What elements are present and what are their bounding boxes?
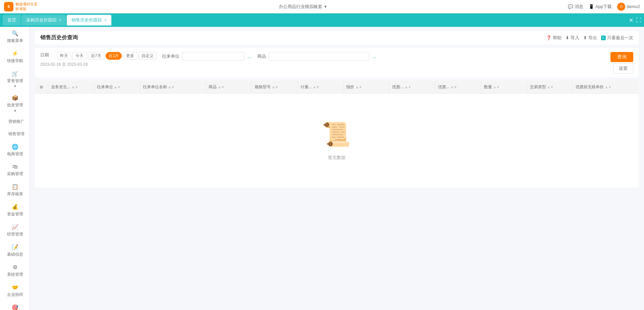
message-btn[interactable]: 💬 消息 [568,4,583,10]
sidebar-item-corp-agreement[interactable]: 🤝 企业协同 [0,281,29,301]
search-icon: 🔍 [12,30,18,37]
user-menu[interactable]: D demo2 [617,3,640,11]
date-filter-row: 日期 昨天 今天 近7天 近1月 更多 自定义 [40,52,157,60]
workspace-dropdown-icon[interactable]: ▾ [324,4,327,9]
sort-icon-no-tax-price: ▲▼ [605,86,611,89]
th-partner-name[interactable]: 往来单位名称 ▲▼ [140,81,206,93]
sidebar-item-finance-mgmt[interactable]: 💰 资金管理 [0,200,29,220]
sidebar-item-business-mgmt[interactable]: 📈 经营管理 [0,220,29,241]
app-download-btn[interactable]: 📱 App下载 [589,4,612,10]
date-btn-today[interactable]: 今天 [72,52,87,60]
wholesale-icon: 📦 [12,95,18,101]
empty-text: 暂无数据 [328,155,345,161]
partner-select-btn[interactable]: ... [247,53,252,59]
tab-close-all-icon[interactable]: ✕ [629,17,633,23]
finance-icon: 💰 [12,204,18,210]
sidebar-item-purchase-mgmt[interactable]: 🛍 采购管理 [0,160,29,180]
sidebar-item-retail-mgmt[interactable]: 🛒 零售管理 ▼ [0,67,29,91]
top-bar-right: 💬 消息 📱 App下载 D demo2 [568,3,640,11]
th-discount1[interactable]: 优惠... ▲▼ [389,81,435,93]
sidebar-item-marketing-promo[interactable]: 营销推广 [0,115,29,128]
partner-filter-group: 往来单位 ... [162,52,252,60]
th-trade-type[interactable]: 交易类型 ▲▼ [527,81,573,93]
tab-expand-icon[interactable]: ⛶ [636,17,641,23]
avatar: D [617,3,625,11]
system-icon: ⚙ [13,264,17,270]
tab-purchase-close-icon[interactable]: × [59,18,61,22]
date-filter-label: 日期 [40,52,49,58]
partner-filter-label: 往来单位 [162,53,179,59]
sidebar: 🔍 搜索菜单 ⚡ 快捷导航 🛒 零售管理 ▼ 📦 批发管理 ▲ 营销推广 销售管… [0,27,30,310]
page-container: 销售历史价查询 ❓ 帮助 ⬇ 导入 ⬆ 导出 [30,27,644,192]
message-icon: 💬 [568,4,573,9]
date-btn-yesterday[interactable]: 昨天 [57,52,71,60]
sidebar-item-wholesale-mgmt[interactable]: 📦 批发管理 ▲ [0,91,29,115]
tab-home-label: 首页 [7,17,16,23]
date-btn-custom[interactable]: 自定义 [139,52,157,60]
sidebar-item-new-guide[interactable]: 🎯 新手引导 [0,301,29,310]
partner-input-group: ... [182,52,252,60]
only-last-checkbox[interactable]: 只看最后一次 [601,35,633,41]
top-bar: 6 畅捷通好生意 标准版 办公用品行业模拟账套 ▾ 💬 消息 📱 App下载 D… [0,0,644,13]
purchase-icon: 🛍 [12,164,18,170]
phone-icon: 📱 [589,4,594,9]
th-qty[interactable]: 数量 ▲▼ [481,81,527,93]
sidebar-item-system-mgmt[interactable]: ⚙ 系统管理 [0,261,29,281]
tab-purchase-history[interactable]: 采购历史价跟踪 × [21,15,66,25]
goods-filter-group: 商品 ... [257,52,376,60]
th-price[interactable]: 报价 ▲▼ [343,81,389,93]
th-no-tax-price[interactable]: 优惠前无税单价 ▲▼ [573,81,639,93]
setting-button[interactable]: 设置 [613,63,633,73]
th-gear[interactable]: ⚙ [35,82,48,93]
partner-input[interactable] [182,52,245,60]
tab-purchase-history-label: 采购历史价跟踪 [26,17,57,23]
sidebar-item-quick-nav[interactable]: ⚡ 快捷导航 [0,47,29,67]
th-partner-code[interactable]: 往来单位 ▲▼ [94,81,140,93]
sort-icon-biz-date: ▲▼ [71,86,78,89]
inventory-icon: 📋 [12,184,18,190]
retail-icon: 🛒 [12,70,18,77]
goods-input[interactable] [269,52,369,60]
th-goods[interactable]: 商品 ▲▼ [206,81,252,93]
logo-area: 6 畅捷通好生意 标准版 [4,2,38,11]
tab-bar: 首页 采购历史价跟踪 × 销售历史价跟踪 × ✕ ⛶ [0,13,644,27]
workspace-selector[interactable]: 办公用品行业模拟账套 ▾ [279,4,327,10]
th-biz-date[interactable]: 业务发生... ▲▼ [48,81,94,93]
sort-icon-discount2: ▲▼ [450,86,457,89]
export-btn[interactable]: ⬆ 导出 [583,35,597,41]
sort-icon-goods: ▲▼ [218,86,224,89]
new-guide-icon: 🎯 [12,304,18,310]
th-unit[interactable]: 计量... ▲▼ [298,81,344,93]
th-discount2[interactable]: 优惠... ▲▼ [435,81,481,93]
tab-home[interactable]: 首页 [3,15,21,25]
tab-sales-history[interactable]: 销售历史价跟踪 × [67,15,111,25]
sidebar-item-sales-mgmt[interactable]: 销售管理 [0,128,29,140]
sort-icon-spec: ▲▼ [272,86,278,89]
sort-icon-price: ▲▼ [355,86,362,89]
goods-select-btn[interactable]: ... [372,53,376,59]
th-spec[interactable]: 规格型号 ▲▼ [252,81,298,93]
checkbox-icon [601,36,606,40]
date-btn-more[interactable]: 更多 [123,52,137,60]
goods-filter-label: 商品 [257,53,266,59]
help-btn[interactable]: ❓ 帮助 [546,35,561,41]
corp-agreement-icon: 🤝 [12,284,18,291]
ecom-icon: 🌐 [12,144,18,150]
sidebar-item-search-menu[interactable]: 🔍 搜索菜单 [0,27,29,47]
logo-icon: 6 [4,2,13,11]
query-button[interactable]: 查询 [610,52,633,62]
date-btn-1month[interactable]: 近1月 [106,52,122,60]
empty-img: 📜 [322,120,352,151]
sidebar-item-ecom-mgmt[interactable]: 🌐 电商管理 [0,140,29,160]
sidebar-item-inventory[interactable]: 📋 库存核算 [0,180,29,200]
import-btn[interactable]: ⬇ 导入 [566,35,579,41]
page-actions: ❓ 帮助 ⬇ 导入 ⬆ 导出 只看最后一次 [546,35,633,41]
tab-sales-close-icon[interactable]: × [104,18,107,22]
sidebar-item-basic-info[interactable]: 📝 基础信息 [0,241,29,261]
sort-icon-discount1: ▲▼ [405,86,411,89]
date-btn-7days[interactable]: 近7天 [88,52,104,60]
date-filter-col: 日期 昨天 今天 近7天 近1月 更多 自定义 2023-02-18 至 202… [40,52,157,67]
sort-icon-trade-type: ▲▼ [547,86,554,89]
empty-illustration: 📜 [322,121,351,147]
help-icon: ❓ [546,35,551,40]
